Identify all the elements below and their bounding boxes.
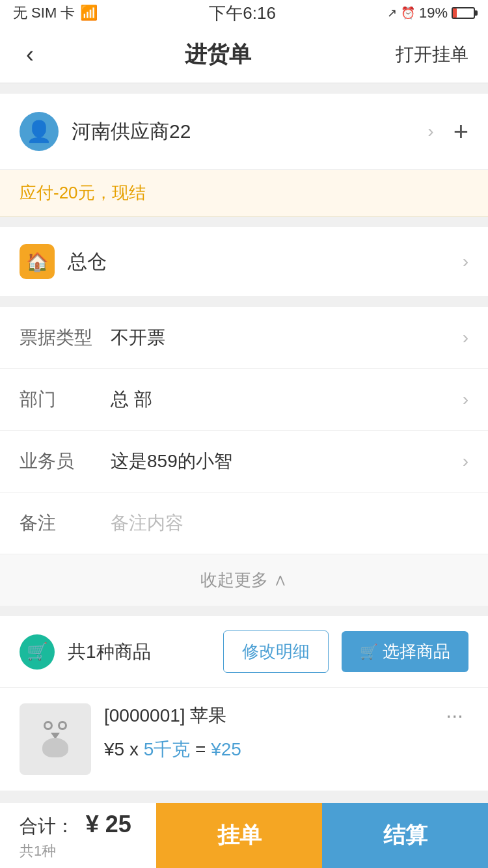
battery-percent: 19% [419, 5, 448, 21]
total-label: 合计： [20, 816, 74, 836]
invoice-type-label: 票据类型 [20, 325, 98, 350]
product-price: ¥5 x 5千克 = ¥25 [104, 737, 427, 762]
select-product-button[interactable]: 🛒 选择商品 [342, 631, 468, 672]
warehouse-icon: 🏠 [20, 244, 55, 279]
supplier-row[interactable]: 👤 河南供应商22 › + [0, 94, 488, 170]
select-product-label: 选择商品 [383, 640, 450, 663]
invoice-type-value: 不开票 [98, 325, 463, 350]
product-item: [0000001] 苹果 ¥5 x 5千克 = ¥25 ··· [0, 687, 488, 791]
collapse-button[interactable]: 收起更多 ∧ [0, 554, 488, 606]
products-icon: 🛒 [20, 634, 55, 670]
back-button[interactable]: ‹ [20, 34, 40, 75]
product-name: [0000001] 苹果 [104, 703, 427, 728]
count-label: 共1种 [20, 841, 137, 861]
divider-4 [0, 606, 488, 616]
owl-logo-icon [42, 721, 68, 757]
price-eq: = [195, 739, 211, 759]
total-value: ¥25 [211, 739, 241, 759]
add-supplier-button[interactable]: + [454, 118, 468, 144]
wifi-icon: 📶 [80, 5, 98, 21]
chevron-right-icon: › [463, 327, 468, 348]
warehouse-name: 总仓 [68, 249, 463, 275]
checkout-button[interactable]: 结算 [322, 803, 488, 868]
remark-input[interactable]: 备注内容 [98, 511, 468, 536]
avatar: 👤 [20, 112, 59, 151]
collapse-label: 收起更多 ∧ [200, 569, 287, 591]
alarm-icon: ⏰ [401, 6, 415, 20]
price-value: ¥5 [104, 739, 124, 759]
carrier-label: 无 SIM 卡 [13, 3, 75, 23]
salesperson-value: 这是859的小智 [98, 449, 463, 474]
total-summary: 合计： ¥ 25 [20, 811, 137, 839]
divider-2 [0, 217, 488, 227]
remark-row[interactable]: 备注 备注内容 [0, 492, 488, 554]
department-value: 总 部 [98, 387, 463, 412]
cart-icon: 🛒 [27, 642, 47, 662]
price-x: x [129, 739, 144, 759]
salesperson-row[interactable]: 业务员 这是859的小智 › [0, 430, 488, 492]
avatar-icon: 👤 [26, 119, 52, 144]
divider-3 [0, 296, 488, 306]
footer-summary: 合计： ¥ 25 共1种 [0, 803, 156, 868]
open-hang-button[interactable]: 打开挂单 [396, 42, 468, 67]
select-product-icon: 🛒 [360, 644, 377, 660]
products-count-label: 共1种商品 [68, 640, 210, 664]
location-icon: ↗ [387, 6, 397, 20]
battery-icon [452, 7, 475, 19]
shop-icon: 🏠 [26, 251, 49, 273]
warehouse-section: 🏠 总仓 › [0, 227, 488, 296]
qty-value: 5千克 [144, 739, 191, 759]
bottom-actions: 合计： ¥ 25 共1种 挂单 结算 [0, 803, 488, 868]
warehouse-row[interactable]: 🏠 总仓 › [0, 227, 488, 296]
chevron-right-icon: › [463, 389, 468, 410]
notice-bar: 应付-20元，现结 [0, 170, 488, 217]
product-info: [0000001] 苹果 ¥5 x 5千克 = ¥25 [104, 703, 427, 762]
products-header: 🛒 共1种商品 修改明细 🛒 选择商品 [0, 616, 488, 687]
hang-button[interactable]: 挂单 [156, 803, 322, 868]
divider-1 [0, 83, 488, 94]
chevron-right-icon: › [463, 251, 468, 272]
status-bar: 无 SIM 卡 📶 下午6:16 ↗ ⏰ 19% [0, 0, 488, 26]
product-more-button[interactable]: ··· [441, 703, 468, 727]
chevron-right-icon: › [463, 451, 468, 472]
supplier-name: 河南供应商22 [72, 118, 427, 145]
remark-label: 备注 [20, 511, 98, 536]
salesperson-label: 业务员 [20, 449, 98, 474]
fields-section: 票据类型 不开票 › 部门 总 部 › 业务员 这是859的小智 › 备注 备注… [0, 306, 488, 606]
product-title-text: 苹果 [190, 705, 226, 726]
total-amount: ¥ 25 [86, 811, 131, 837]
invoice-type-row[interactable]: 票据类型 不开票 › [0, 306, 488, 368]
status-right: ↗ ⏰ 19% [387, 5, 475, 21]
product-code: [0000001] [104, 705, 185, 726]
product-thumbnail [20, 703, 91, 775]
chevron-right-icon: › [427, 121, 433, 142]
supplier-section: 👤 河南供应商22 › + 应付-20元，现结 [0, 94, 488, 217]
nav-bar: ‹ 进货单 打开挂单 [0, 26, 488, 83]
time-label: 下午6:16 [209, 2, 276, 25]
products-section: 🛒 共1种商品 修改明细 🛒 选择商品 [0000001] 苹果 [0, 616, 488, 791]
department-label: 部门 [20, 387, 98, 412]
page-title: 进货单 [185, 40, 251, 70]
status-left: 无 SIM 卡 📶 [13, 3, 98, 23]
edit-detail-button[interactable]: 修改明细 [223, 631, 329, 673]
department-row[interactable]: 部门 总 部 › [0, 368, 488, 430]
